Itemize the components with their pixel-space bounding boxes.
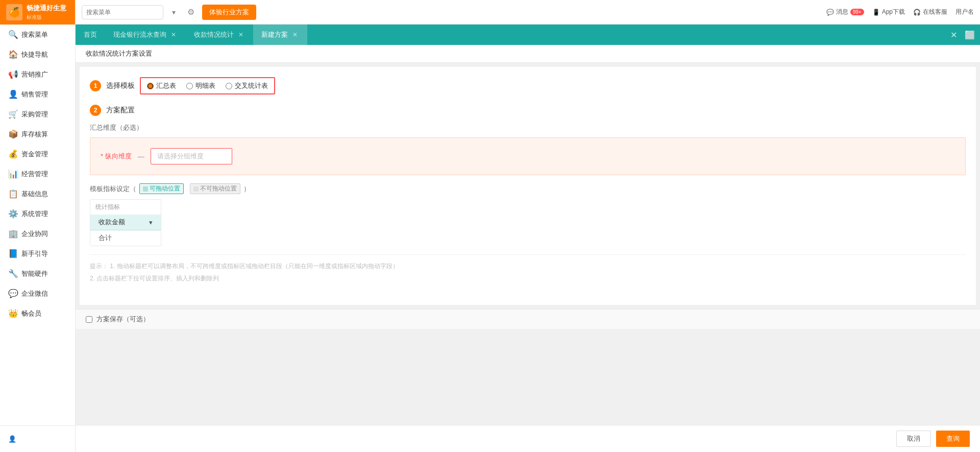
draggable-label: 可拖动位置 [150, 184, 180, 193]
logo-icon: 🍊 [6, 4, 22, 20]
finance-icon: 💰 [8, 149, 17, 159]
tip1: 提示： 1. 拖动标题栏可以调整布局，不可跨维度或指标区域拖动栏目段（只能在同一… [90, 260, 966, 272]
tab-home-label: 首页 [84, 30, 97, 39]
sidebar-item-marketing[interactable]: 📢 营销推广 [0, 64, 75, 84]
dropdown-btn[interactable]: ▾ [167, 6, 180, 18]
message-action[interactable]: 💬 消息 99+ [826, 8, 864, 16]
download-label: App下载 [882, 8, 905, 16]
template-summary[interactable]: 汇总表 [147, 81, 176, 90]
step2-title: 方案配置 [106, 106, 135, 115]
stats-category-label: 统计指标 [90, 200, 161, 211]
dimension-area: * 纵向维度 — 请选择分组维度 [90, 137, 966, 175]
tab-bank-close[interactable]: ✕ [169, 31, 178, 39]
sidebar-item-inventory[interactable]: 📦 库存核算 [0, 124, 75, 144]
dimension-section-label: 汇总维度（必选） [90, 123, 966, 132]
sidebar-item-basic[interactable]: 📋 基础信息 [0, 184, 75, 204]
save-checkbox[interactable] [86, 316, 92, 323]
tab-bar-close-icon[interactable]: ✕ [947, 29, 960, 41]
basic-icon: 📋 [8, 189, 17, 199]
sidebar-item-label: 基础信息 [21, 189, 48, 199]
metric-name-label: 收款金额 [99, 218, 125, 227]
template-detail[interactable]: 明细表 [186, 81, 215, 90]
sales-icon: 👤 [8, 89, 17, 99]
sidebar-item-label: 新手引导 [21, 249, 48, 258]
sidebar-item-guide[interactable]: 📘 新手引导 [0, 244, 75, 264]
tip2: 2. 点击标题栏下拉可设置排序、插入列和删除列 [90, 272, 966, 284]
query-button[interactable]: 查询 [936, 431, 970, 447]
wechat-icon: 💬 [8, 289, 17, 298]
trial-button[interactable]: 体验行业方案 [202, 5, 256, 20]
sidebar-item-corp[interactable]: 🏢 企业协同 [0, 224, 75, 244]
content-area: 收款情况统计方案设置 1 选择模板 汇总表 [76, 45, 980, 425]
draggable-indicator [143, 186, 148, 192]
sidebar-item-member[interactable]: 👑 畅会员 [0, 303, 75, 323]
metric-header[interactable]: 收款金额 ▾ [90, 215, 161, 230]
step1-section: 1 选择模板 汇总表 明细表 [90, 77, 966, 94]
step1-title: 选择模板 [106, 81, 135, 90]
gear-btn[interactable]: ⚙ [184, 5, 198, 19]
sidebar-item-label: 智能硬件 [21, 269, 48, 278]
sidebar-item-search[interactable]: 🔍 搜索菜单 [0, 25, 75, 44]
tab-newplan-close[interactable]: ✕ [291, 31, 299, 39]
sidebar-item-label: 企业协同 [21, 229, 48, 239]
sidebar-item-finance[interactable]: 💰 资金管理 [0, 144, 75, 164]
sidebar-bottom-item[interactable]: 👤 [0, 430, 75, 448]
sidebar-item-purchase[interactable]: 🛒 采购管理 [0, 104, 75, 124]
template-cross[interactable]: 交叉统计表 [226, 81, 268, 90]
sidebar-item-system[interactable]: ⚙️ 系统管理 [0, 204, 75, 224]
user-info[interactable]: 用户名 [955, 8, 974, 16]
tab-bank[interactable]: 现金银行流水查询 ✕ [105, 25, 186, 45]
message-label: 消息 [836, 8, 848, 16]
tab-home[interactable]: 首页 [76, 25, 105, 45]
sidebar-item-nav[interactable]: 🏠 快捷导航 [0, 44, 75, 64]
tab-newplan[interactable]: 新建方案 ✕ [253, 25, 307, 45]
tab-receipt-close[interactable]: ✕ [237, 31, 245, 39]
metric-dropdown-icon[interactable]: ▾ [149, 219, 153, 226]
bottom-action-bar: 取消 查询 [76, 425, 980, 452]
guide-icon: 📘 [8, 249, 17, 258]
arrow-label: — [138, 153, 144, 160]
metric-subtotal-label: 合计 [99, 234, 112, 242]
service-action[interactable]: 🎧 在线客服 [913, 8, 947, 16]
template-summary-radio[interactable] [147, 83, 154, 89]
user-avatar-icon: 👤 [8, 435, 16, 443]
tab-newplan-label: 新建方案 [261, 30, 288, 39]
template-cross-radio[interactable] [226, 83, 232, 89]
member-icon: 👑 [8, 308, 17, 318]
template-cross-label: 交叉统计表 [235, 81, 268, 90]
hardware-icon: 🔧 [8, 269, 17, 278]
tab-bar-expand-icon[interactable]: ⬜ [964, 29, 976, 41]
sidebar-item-label: 企业微信 [21, 289, 48, 298]
download-action[interactable]: 📱 App下载 [872, 8, 905, 16]
operation-icon: 📊 [8, 169, 17, 179]
message-icon: 💬 [826, 9, 834, 16]
metric-subtotal-cell: 合计 [90, 230, 161, 246]
inventory-icon: 📦 [8, 129, 17, 139]
sidebar-item-label: 搜索菜单 [21, 30, 48, 39]
form-footer: 方案保存（可选） [76, 309, 980, 329]
breadcrumb-input[interactable] [82, 5, 163, 19]
sidebar-item-wechat[interactable]: 💬 企业微信 [0, 283, 75, 303]
tab-receipt[interactable]: 收款情况统计 ✕ [186, 25, 253, 45]
template-select-area: 汇总表 明细表 交叉统计表 [140, 77, 275, 94]
page-title: 收款情况统计方案设置 [86, 50, 152, 57]
vertical-dim-label: * 纵向维度 [101, 152, 132, 161]
sidebar-item-label: 快捷导航 [21, 50, 48, 59]
non-draggable-label: 不可拖动位置 [200, 184, 237, 193]
non-draggable-indicator [193, 186, 199, 192]
dim-select-box[interactable]: 请选择分组维度 [151, 148, 232, 164]
template-detail-radio[interactable] [186, 83, 193, 89]
sidebar-item-hardware[interactable]: 🔧 智能硬件 [0, 264, 75, 283]
sidebar-item-operation[interactable]: 📊 经营管理 [0, 164, 75, 184]
sidebar-item-label: 库存核算 [21, 130, 48, 139]
metrics-title-start: 模板指标设定（ [90, 184, 136, 194]
sidebar-item-label: 经营管理 [21, 170, 48, 179]
message-badge: 99+ [850, 9, 864, 15]
sidebar-item-sales[interactable]: 👤 销售管理 [0, 84, 75, 104]
sidebar-item-label: 营销推广 [21, 70, 48, 79]
cancel-button[interactable]: 取消 [896, 431, 931, 447]
purchase-icon: 🛒 [8, 109, 17, 119]
metrics-title-end: ） [243, 184, 250, 194]
page-title-bar: 收款情况统计方案设置 [76, 45, 980, 63]
draggable-badge: 可拖动位置 [139, 183, 184, 194]
